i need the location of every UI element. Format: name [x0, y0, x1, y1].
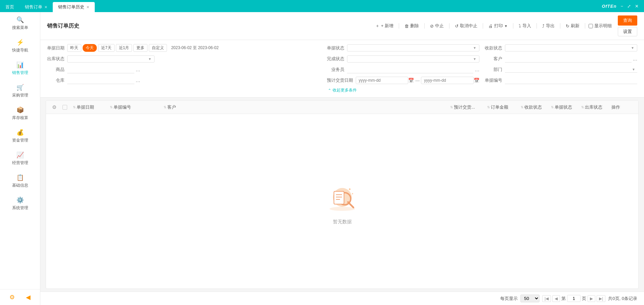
tab-sales-order[interactable]: 销售订单 ✕ — [19, 2, 53, 12]
tab-sales-order-close[interactable]: ✕ — [44, 5, 47, 9]
calendar-start-icon[interactable]: 📅 — [408, 78, 414, 83]
tab-sales-history-close[interactable]: ✕ — [86, 5, 89, 9]
purchase-icon: 🛒 — [16, 84, 24, 91]
th-delivery-label: 预计交货... — [454, 104, 475, 110]
filter-out-status: 出库状态 ▼ — [47, 55, 327, 63]
sidebar-item-operations[interactable]: 📈 经营管理 — [0, 147, 40, 170]
window-close[interactable]: ✕ — [635, 4, 639, 9]
window-minimize[interactable]: − — [620, 4, 623, 9]
delete-button[interactable]: 🗑 删除 — [402, 22, 421, 30]
stop-icon: ⊘ — [430, 24, 434, 29]
sort-pay-icon[interactable]: ⇅ — [521, 105, 523, 109]
export-icon: ⤴ — [542, 24, 545, 29]
delete-label: 删除 — [410, 23, 419, 29]
query-button[interactable]: 查询 — [618, 15, 637, 26]
warehouse-input[interactable] — [67, 77, 134, 84]
sort-delivery-icon[interactable]: ⇅ — [450, 105, 453, 109]
sep6 — [536, 23, 537, 29]
sep2 — [424, 23, 425, 29]
page-number-input[interactable] — [567, 295, 581, 302]
sort-date-icon[interactable]: ⇅ — [73, 105, 76, 109]
goods-input[interactable] — [67, 66, 134, 73]
refresh-button[interactable]: ↻ 刷新 — [564, 22, 582, 30]
last-page-button[interactable]: ▶| — [597, 295, 605, 302]
table-container: ⚙ ⇅ 单据日期 ⇅ 单据编号 ⇅ 客户 ⇅ — [46, 100, 639, 289]
sort-amount-icon[interactable]: ⇅ — [487, 105, 490, 109]
per-page-select[interactable]: 50 20 100 — [520, 295, 540, 302]
svg-text:✦: ✦ — [348, 187, 351, 192]
tab-bar: 首页 销售订单 ✕ 销售订单历史 ✕ — [0, 0, 95, 12]
filter-row-1: 单据日期 昨天 今天 近7天 近1月 更多 自定义 2023-06-02 至 2… — [47, 44, 637, 52]
collapse-row: ⌃ 收起更多条件 — [47, 87, 637, 93]
complete-status-arrow-icon: ▼ — [473, 57, 476, 61]
tab-sales-history[interactable]: 销售订单历史 ✕ — [53, 2, 95, 12]
sidebar-item-sys-mgmt[interactable]: ⚙️ 系统管理 — [0, 192, 40, 215]
department-select[interactable]: ▼ — [505, 67, 637, 73]
sidebar-item-search-menu[interactable]: 🔍 搜索菜单 — [0, 12, 40, 35]
salesperson-ellipsis[interactable]: ... — [475, 67, 479, 73]
export-button[interactable]: ⤴ 导出 — [540, 22, 557, 30]
quick-nav-icon: ⚡ — [16, 39, 24, 46]
customer-ellipsis[interactable]: ... — [633, 56, 637, 62]
sort-number-icon[interactable]: ⇅ — [110, 105, 113, 109]
complete-status-select[interactable]: ▼ — [347, 55, 479, 63]
settings-button[interactable]: 设置 — [618, 27, 637, 36]
date-btn-1month[interactable]: 近1月 — [116, 44, 132, 52]
tab-home[interactable]: 首页 — [0, 2, 19, 12]
sidebar-collapse-icon[interactable]: ◀ — [26, 294, 31, 301]
import-button[interactable]: ⤵ 导入 — [517, 22, 533, 30]
order-number-input[interactable] — [505, 77, 637, 84]
sidebar-item-search-label: 搜索菜单 — [12, 25, 28, 31]
sidebar-item-base-label: 基础信息 — [12, 183, 28, 188]
main-layout: 🔍 搜索菜单 ⚡ 快捷导航 📊 销售管理 🛒 采购管理 📦 库存核算 💰 资金管… — [0, 12, 644, 305]
sidebar-item-capital[interactable]: 💰 资金管理 — [0, 125, 40, 147]
table-header: ⚙ ⇅ 单据日期 ⇅ 单据编号 ⇅ 客户 ⇅ — [46, 101, 638, 114]
table-settings-icon[interactable]: ⚙ — [52, 104, 56, 110]
next-page-button[interactable]: ▶ — [588, 295, 595, 302]
out-status-select[interactable]: ▼ — [67, 55, 155, 63]
date-btn-more[interactable]: 更多 — [133, 44, 147, 52]
calendar-end-icon[interactable]: 📅 — [474, 78, 479, 83]
cancel-stop-icon: ↺ — [455, 24, 459, 29]
prev-page-button[interactable]: ◀ — [552, 295, 560, 302]
sidebar-item-base-info[interactable]: 📋 基础信息 — [0, 170, 40, 192]
date-btn-today[interactable]: 今天 — [83, 44, 97, 52]
print-button[interactable]: 🖨 打印 ▼ — [486, 22, 510, 30]
sidebar-item-inventory[interactable]: 📦 库存核算 — [0, 102, 40, 125]
sidebar-item-purchase[interactable]: 🛒 采购管理 — [0, 80, 40, 102]
th-customer-label: 客户 — [167, 104, 176, 110]
filter-warehouse: 仓库 ... — [47, 77, 327, 84]
sort-customer-icon[interactable]: ⇅ — [164, 105, 166, 109]
delivery-date-start[interactable] — [356, 77, 409, 84]
stop-button[interactable]: ⊘ 中止 — [428, 22, 446, 30]
customer-input[interactable] — [505, 55, 632, 63]
window-maximize[interactable]: ⤢ — [627, 4, 631, 9]
sidebar-item-sales[interactable]: 📊 销售管理 — [0, 57, 40, 80]
th-order-status: ⇅ 单据状态 — [548, 104, 578, 110]
collapse-button[interactable]: ⌃ 收起更多条件 — [328, 87, 357, 93]
pagination: 每页显示 50 20 100 |◀ ◀ 第 页 ▶ ▶| 共0页, 0条记录 — [40, 292, 644, 305]
sort-out-icon[interactable]: ⇅ — [581, 105, 584, 109]
first-page-button[interactable]: |◀ — [542, 295, 551, 302]
th-action-label: 操作 — [611, 104, 620, 110]
date-btn-custom[interactable]: 自定义 — [149, 44, 167, 52]
order-status-select[interactable]: ▼ — [347, 44, 479, 51]
warehouse-ellipsis[interactable]: ... — [136, 77, 140, 83]
new-button[interactable]: ＋ + 新增 — [373, 22, 395, 30]
payment-status-select[interactable]: ▼ — [505, 44, 637, 51]
sidebar-item-quick-nav[interactable]: ⚡ 快捷导航 — [0, 35, 40, 57]
date-btn-yesterday[interactable]: 昨天 — [67, 44, 81, 52]
sort-order-icon[interactable]: ⇅ — [551, 105, 554, 109]
goods-ellipsis[interactable]: ... — [136, 67, 140, 73]
cancel-stop-button[interactable]: ↺ 取消中止 — [453, 22, 479, 30]
complete-status-label: 完成状态 — [327, 56, 347, 62]
sep4 — [483, 23, 483, 29]
sep5 — [513, 23, 513, 29]
salesperson-input[interactable] — [347, 66, 474, 73]
display-detail-checkbox[interactable] — [589, 24, 593, 28]
delivery-date-label: 预计交货日期 — [327, 77, 356, 83]
sidebar-settings-icon[interactable]: ⚙ — [9, 294, 15, 301]
date-btn-7days[interactable]: 近7天 — [98, 44, 115, 52]
select-all-checkbox[interactable] — [62, 105, 67, 110]
delivery-date-end[interactable] — [421, 77, 474, 84]
